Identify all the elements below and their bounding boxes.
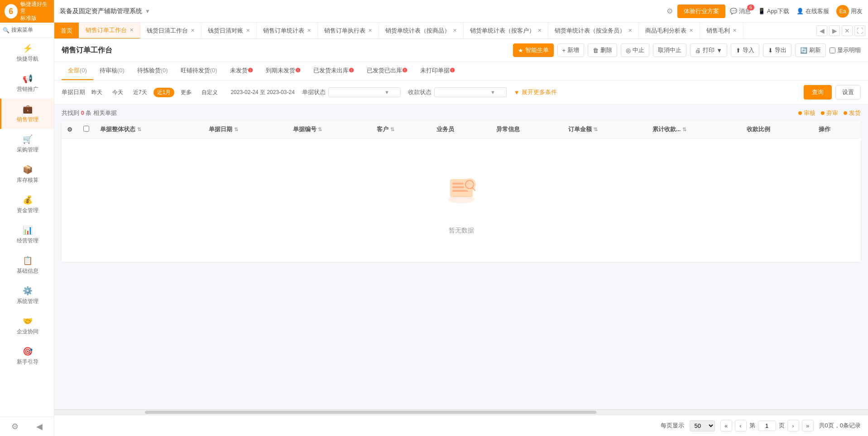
last-page-btn[interactable]: » xyxy=(802,420,814,431)
sidebar-item-basic[interactable]: 📋 基础信息 xyxy=(0,250,54,280)
sub-tab-shipped-warehoused[interactable]: 已发货已出库❶ xyxy=(360,62,414,80)
sidebar-item-system[interactable]: ⚙️ 系统管理 xyxy=(0,280,54,311)
tab-sales-summary-customer[interactable]: 销货单统计表（按客户） ✕ xyxy=(464,23,548,39)
tab-sales-summary-product-close[interactable]: ✕ xyxy=(453,28,457,33)
delete-btn[interactable]: 🗑 删除 xyxy=(588,43,617,57)
query-btn[interactable]: 查询 xyxy=(804,85,832,100)
cancel-suspend-btn[interactable]: 取消中止 xyxy=(653,43,686,57)
sidebar-item-quick-nav[interactable]: ⚡ 快捷导航 xyxy=(0,38,54,68)
sidebar-item-sales[interactable]: 💼 销售管理 xyxy=(0,99,54,129)
date-btn-more[interactable]: 更多 xyxy=(177,88,195,97)
sub-tab-wangpu-ship[interactable]: 旺铺待发货(0) xyxy=(174,62,224,80)
next-page-btn[interactable]: › xyxy=(787,420,799,431)
date-btn-last1m[interactable]: 近1月 xyxy=(153,88,175,97)
add-btn[interactable]: + 新增 xyxy=(557,43,585,57)
tab-close-all-btn[interactable]: ✕ xyxy=(842,25,853,36)
sidebar-item-enterprise[interactable]: 🤝 企业协同 xyxy=(0,311,54,341)
collapse-icon[interactable]: ◀ xyxy=(36,422,43,431)
status-select[interactable]: ▼ xyxy=(328,87,401,97)
date-btn-today[interactable]: 今天 xyxy=(109,88,127,97)
show-details-input[interactable] xyxy=(830,47,835,53)
first-page-btn[interactable]: « xyxy=(720,420,732,431)
date-btn-last7[interactable]: 近7天 xyxy=(129,88,151,97)
tab-sales-stats[interactable]: 销售订单统计表 ✕ xyxy=(257,23,318,39)
sidebar-item-guide[interactable]: 🎯 新手引导 xyxy=(0,341,54,371)
sidebar-item-inventory[interactable]: 📦 库存核算 xyxy=(0,159,54,190)
batch-cancel-audit-btn[interactable]: 弃审 xyxy=(821,109,838,117)
sort-date-icon[interactable]: ⇅ xyxy=(234,127,238,132)
tab-margin-analysis-close[interactable]: ✕ xyxy=(689,28,693,33)
tab-sales-more[interactable]: 销售毛利 ✕ xyxy=(700,23,743,39)
tab-sales-summary-staff[interactable]: 销货单统计表（按业务员） ✕ xyxy=(548,23,639,39)
sub-tab-pending-inspection[interactable]: 待拣验货(0) xyxy=(131,62,174,80)
tab-cash-reconcile-close[interactable]: ✕ xyxy=(246,28,250,33)
tab-next-btn[interactable]: ▶ xyxy=(829,25,840,36)
tab-sales-summary-staff-close[interactable]: ✕ xyxy=(628,28,632,33)
sort-status-icon[interactable]: ⇅ xyxy=(137,127,141,132)
date-btn-custom[interactable]: 自定义 xyxy=(198,88,221,97)
topbar-user[interactable]: Ea 用友 xyxy=(836,5,863,18)
settings-bottom-icon[interactable]: ⚙ xyxy=(11,422,19,431)
tab-sales-workbench[interactable]: 销售订单工作台 ✕ xyxy=(79,23,140,39)
batch-audit-btn[interactable]: 审核 xyxy=(798,109,815,117)
topbar-app-download[interactable]: 📱 App下载 xyxy=(758,7,789,15)
page-size-select[interactable]: 50 10 20 100 xyxy=(690,420,715,431)
batch-ship-btn[interactable]: 发货 xyxy=(844,109,861,117)
topbar-gear-icon[interactable]: ⚙ xyxy=(667,7,673,15)
export-btn[interactable]: ⬇ 导出 xyxy=(763,43,791,57)
topbar-online-service[interactable]: 👤 在线客服 xyxy=(796,7,829,15)
settings-filter-btn[interactable]: 设置 xyxy=(835,85,861,100)
tab-margin-analysis[interactable]: 商品毛利分析表 ✕ xyxy=(639,23,700,39)
expand-btn[interactable]: ▼ 展开更多条件 xyxy=(514,88,796,96)
sub-tab-not-printed[interactable]: 未打印单据❶ xyxy=(414,62,461,80)
import-btn[interactable]: ⬆ 导入 xyxy=(731,43,759,57)
horizontal-scrollbar[interactable] xyxy=(54,409,868,415)
topbar-industry-btn[interactable]: 体验行业方案 xyxy=(677,5,725,18)
sub-tab-all[interactable]: 全部(0) xyxy=(62,62,93,80)
topbar-messages[interactable]: 💬 消息 6 xyxy=(730,7,751,15)
prev-page-btn[interactable]: ‹ xyxy=(735,420,747,431)
sub-tab-shipped-not-warehoused[interactable]: 已发货未出库❶ xyxy=(307,62,360,80)
refresh-btn[interactable]: 🔄 刷新 xyxy=(795,43,826,57)
tab-sales-summary-product[interactable]: 销货单统计表（按商品） ✕ xyxy=(379,23,464,39)
sort-number-icon[interactable]: ⇅ xyxy=(318,127,322,132)
topbar-dropdown-icon[interactable]: ▼ xyxy=(145,8,150,14)
sidebar-item-finance[interactable]: 💰 资金管理 xyxy=(0,190,54,220)
tab-cash-daily-close[interactable]: ✕ xyxy=(191,28,195,33)
tab-sales-more-close[interactable]: ✕ xyxy=(733,28,737,33)
sub-tab-pending-review[interactable]: 待审核(0) xyxy=(93,62,131,80)
tab-sales-workbench-close[interactable]: ✕ xyxy=(129,27,134,33)
payment-select[interactable]: ▼ xyxy=(434,87,507,97)
show-details-checkbox[interactable]: 显示明细 xyxy=(830,46,861,54)
col-ratio: 收款比例 xyxy=(741,121,813,138)
sub-tab-not-shipped[interactable]: 未发货❶ xyxy=(224,62,259,80)
sidebar-item-purchase[interactable]: 🛒 采购管理 xyxy=(0,129,54,159)
sidebar-item-operations[interactable]: 📊 经营管理 xyxy=(0,220,54,250)
tab-prev-btn[interactable]: ◀ xyxy=(816,25,827,36)
tab-sales-exec[interactable]: 销售订单执行表 ✕ xyxy=(318,23,379,39)
date-btn-yesterday[interactable]: 昨天 xyxy=(88,88,106,97)
tab-cash-reconcile[interactable]: 钱货日清对账 ✕ xyxy=(201,23,257,39)
suspend-btn[interactable]: ◎ 中止 xyxy=(621,43,649,57)
sidebar-item-marketing[interactable]: 📢 营销推广 xyxy=(0,68,54,99)
scrollbar-thumb[interactable] xyxy=(145,411,596,414)
tab-home[interactable]: 首页 xyxy=(54,23,79,39)
smart-generate-btn[interactable]: ★ 智能生单 xyxy=(513,43,554,57)
sort-amount-icon[interactable]: ⇅ xyxy=(594,127,598,132)
col-settings[interactable]: ⚙ xyxy=(62,121,78,138)
tab-sales-exec-close[interactable]: ✕ xyxy=(368,28,372,33)
print-btn[interactable]: 🖨 打印 ▼ xyxy=(690,43,727,57)
tab-sales-stats-close[interactable]: ✕ xyxy=(307,28,311,33)
tab-cash-daily[interactable]: 钱货日清工作台 ✕ xyxy=(140,23,201,39)
tab-home-label: 首页 xyxy=(61,27,72,35)
col-checkbox[interactable] xyxy=(78,121,95,138)
sort-customer-icon[interactable]: ⇅ xyxy=(390,127,394,132)
tab-fullscreen-btn[interactable]: ⛶ xyxy=(854,25,865,36)
sidebar-search[interactable]: 🔍 搜索菜单 xyxy=(0,23,54,38)
sub-tab-overdue-not-shipped[interactable]: 到期未发货❶ xyxy=(259,62,307,80)
select-all-checkbox[interactable] xyxy=(83,126,89,132)
tab-cash-reconcile-label: 钱货日清对账 xyxy=(208,27,243,35)
tab-sales-summary-customer-close[interactable]: ✕ xyxy=(537,28,542,33)
page-input[interactable] xyxy=(758,421,776,431)
sort-collected-icon[interactable]: ⇅ xyxy=(682,127,686,132)
